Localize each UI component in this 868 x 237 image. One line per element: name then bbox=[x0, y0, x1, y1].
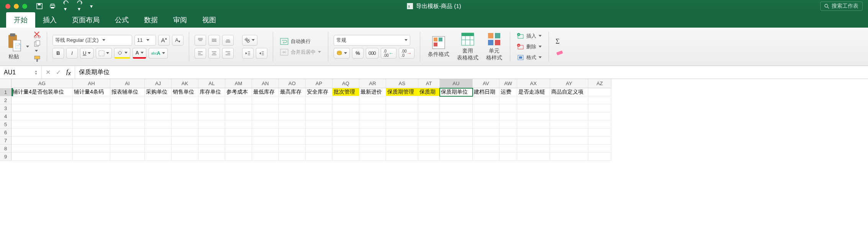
cell-AW7[interactable] bbox=[500, 137, 517, 145]
cell-AH1[interactable]: 辅计量4条码 bbox=[73, 88, 110, 96]
cell-AP6[interactable] bbox=[306, 128, 332, 137]
cell-AU1[interactable]: 保质期单位 bbox=[440, 88, 473, 96]
cell-AV7[interactable] bbox=[473, 137, 500, 145]
align-center-button[interactable] bbox=[208, 48, 220, 59]
cell-AR3[interactable] bbox=[359, 104, 386, 112]
minimize-window-button[interactable] bbox=[14, 4, 19, 9]
undo-icon[interactable]: ▾ bbox=[62, 0, 69, 12]
cell-AJ9[interactable] bbox=[145, 153, 172, 161]
cell-AY6[interactable] bbox=[550, 128, 588, 137]
qat-customize-icon[interactable]: ▾ bbox=[90, 3, 93, 9]
col-header-AU[interactable]: AU bbox=[440, 79, 473, 88]
delete-cells-button[interactable]: ×删除 bbox=[516, 43, 543, 51]
cell-AP8[interactable] bbox=[306, 145, 332, 153]
cell-AL6[interactable] bbox=[198, 128, 225, 137]
cell-AN9[interactable] bbox=[252, 153, 279, 161]
cell-AP9[interactable] bbox=[306, 153, 332, 161]
col-header-AJ[interactable]: AJ bbox=[145, 79, 172, 88]
cell-AG9[interactable] bbox=[11, 153, 73, 161]
cell-AK1[interactable]: 销售单位 bbox=[172, 88, 198, 96]
cell-AV4[interactable] bbox=[473, 112, 500, 120]
cell-AO4[interactable] bbox=[279, 112, 306, 120]
cell-AO8[interactable] bbox=[279, 145, 306, 153]
cell-AO1[interactable]: 最高库存 bbox=[279, 88, 306, 96]
cell-AZ7[interactable] bbox=[588, 137, 611, 145]
save-icon[interactable] bbox=[36, 3, 43, 9]
merge-center-button[interactable]: 合并后居中 bbox=[278, 48, 323, 56]
cell-AY2[interactable] bbox=[550, 96, 588, 104]
cell-AW9[interactable] bbox=[500, 153, 517, 161]
currency-button[interactable] bbox=[334, 48, 350, 59]
cell-AW8[interactable] bbox=[500, 145, 517, 153]
cell-AW1[interactable]: 运费 bbox=[500, 88, 517, 96]
cell-AX3[interactable] bbox=[517, 104, 550, 112]
cell-AH8[interactable] bbox=[73, 145, 110, 153]
percent-button[interactable]: % bbox=[352, 48, 364, 59]
cell-AN6[interactable] bbox=[252, 128, 279, 137]
cell-AN3[interactable] bbox=[252, 104, 279, 112]
cell-AY4[interactable] bbox=[550, 112, 588, 120]
cell-AQ2[interactable] bbox=[332, 96, 359, 104]
cell-AQ6[interactable] bbox=[332, 128, 359, 137]
cell-AG7[interactable] bbox=[11, 137, 73, 145]
underline-button[interactable]: U bbox=[80, 48, 93, 59]
cell-AT9[interactable] bbox=[418, 153, 440, 161]
cell-AM9[interactable] bbox=[225, 153, 252, 161]
clear-button[interactable] bbox=[554, 49, 566, 56]
col-header-AG[interactable]: AG bbox=[11, 79, 73, 88]
cell-AS9[interactable] bbox=[386, 153, 418, 161]
col-header-AO[interactable]: AO bbox=[279, 79, 306, 88]
col-header-AM[interactable]: AM bbox=[225, 79, 252, 88]
cell-AH5[interactable] bbox=[73, 120, 110, 128]
cell-AU3[interactable] bbox=[440, 104, 473, 112]
row-header-1[interactable]: 1 bbox=[0, 88, 11, 96]
col-header-AL[interactable]: AL bbox=[198, 79, 225, 88]
tab-公式[interactable]: 公式 bbox=[107, 12, 136, 28]
cell-AX4[interactable] bbox=[517, 112, 550, 120]
number-format-select[interactable]: 常规 bbox=[334, 35, 410, 46]
cell-AK2[interactable] bbox=[172, 96, 198, 104]
cell-AJ2[interactable] bbox=[145, 96, 172, 104]
col-header-AH[interactable]: AH bbox=[73, 79, 110, 88]
row-header-5[interactable]: 5 bbox=[0, 120, 11, 128]
copy-icon[interactable] bbox=[34, 40, 41, 53]
cell-AP7[interactable] bbox=[306, 137, 332, 145]
cell-AU2[interactable] bbox=[440, 96, 473, 104]
cell-AJ8[interactable] bbox=[145, 145, 172, 153]
cell-AS4[interactable] bbox=[386, 112, 418, 120]
cell-AS6[interactable] bbox=[386, 128, 418, 137]
col-header-AS[interactable]: AS bbox=[386, 79, 418, 88]
row-header-8[interactable]: 8 bbox=[0, 145, 11, 153]
cell-AL2[interactable] bbox=[198, 96, 225, 104]
cell-AT2[interactable] bbox=[418, 96, 440, 104]
tab-视图[interactable]: 视图 bbox=[195, 12, 224, 28]
cell-AZ9[interactable] bbox=[588, 153, 611, 161]
border-button[interactable] bbox=[96, 48, 112, 59]
tab-数据[interactable]: 数据 bbox=[136, 12, 165, 28]
cell-AM4[interactable] bbox=[225, 112, 252, 120]
paste-button[interactable]: 📄 粘贴 bbox=[4, 33, 24, 61]
font-size-select[interactable]: 11 bbox=[134, 35, 156, 46]
cell-AH3[interactable] bbox=[73, 104, 110, 112]
cell-AS2[interactable] bbox=[386, 96, 418, 104]
cell-AU5[interactable] bbox=[440, 120, 473, 128]
cell-AP1[interactable]: 安全库存 bbox=[306, 88, 332, 96]
cell-AU8[interactable] bbox=[440, 145, 473, 153]
row-header-3[interactable]: 3 bbox=[0, 104, 11, 112]
align-middle-button[interactable] bbox=[208, 35, 220, 46]
tab-页面布局[interactable]: 页面布局 bbox=[64, 12, 107, 28]
cell-AZ5[interactable] bbox=[588, 120, 611, 128]
cell-AY5[interactable] bbox=[550, 120, 588, 128]
cell-AU4[interactable] bbox=[440, 112, 473, 120]
cell-AO3[interactable] bbox=[279, 104, 306, 112]
cell-AY3[interactable] bbox=[550, 104, 588, 112]
cell-AV9[interactable] bbox=[473, 153, 500, 161]
col-header-AK[interactable]: AK bbox=[172, 79, 198, 88]
align-bottom-button[interactable] bbox=[222, 35, 234, 46]
autosum-button[interactable]: Σ bbox=[554, 37, 566, 46]
cell-AY8[interactable] bbox=[550, 145, 588, 153]
cell-AI1[interactable]: 报表辅单位 bbox=[110, 88, 145, 96]
cell-AP3[interactable] bbox=[306, 104, 332, 112]
row-header-6[interactable]: 6 bbox=[0, 128, 11, 137]
cell-AM3[interactable] bbox=[225, 104, 252, 112]
